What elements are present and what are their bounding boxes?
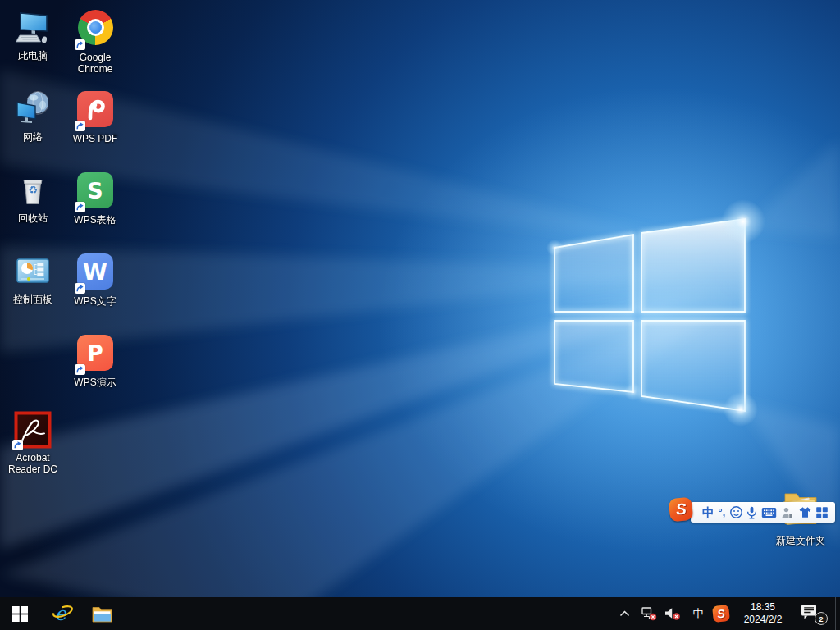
wps-presentation-icon: P [75,335,115,374]
notification-count-badge: 2 [815,612,828,625]
taskbar-internet-explorer-button[interactable]: e [43,597,82,630]
desktop-icon-wps-pdf[interactable]: WPS PDF [64,89,126,144]
windows-logo-icon [12,606,28,622]
desktop-icon-this-pc[interactable]: 此电脑 [2,8,64,62]
desktop-icon-control-panel[interactable]: 控制面板 [2,252,64,305]
profile-icon[interactable] [780,506,794,519]
recycle-symbol-icon: ♻ [28,184,38,196]
new-folder-label: 新建文件夹 [773,535,829,546]
shortcut-arrow-icon [75,202,85,212]
desktop-icon-label: WPS演示 [64,377,126,388]
desktop-icon-label: WPS文字 [64,295,126,307]
desktop-icon-label: 此电脑 [2,50,64,62]
shortcut-arrow-icon [75,364,85,375]
chinese-mode-icon[interactable]: 中 [702,506,714,518]
action-center-button[interactable]: 2 [797,597,830,630]
desktop-icon-recycle-bin[interactable]: ♻ 回收站 [2,171,64,224]
wps-pdf-icon [75,91,115,130]
shortcut-arrow-icon [75,283,85,294]
internet-explorer-icon: e [52,603,74,625]
punctuation-icon[interactable]: °, [718,507,725,518]
shortcut-arrow-icon [12,440,23,450]
tray-sogou-icon[interactable]: S [711,597,731,630]
start-button[interactable] [0,597,39,630]
shortcut-arrow-icon [75,39,85,50]
volume-muted-icon [664,607,681,621]
taskbar-file-explorer-button[interactable] [82,597,121,630]
desktop-icon-label: 控制面板 [2,294,64,305]
desktop-icon-wps-writer[interactable]: W WPS文字 [64,252,126,307]
voice-input-icon[interactable] [746,506,757,519]
tray-network-status[interactable] [640,597,658,630]
desktop: 此电脑 网络 [0,0,840,630]
tray-ime-indicator[interactable]: 中 [690,597,706,630]
wps-spreadsheet-icon: S [75,172,115,212]
clock-date: 2024/2/2 [737,614,789,626]
network-icon [13,89,52,129]
desktop-icon-label: WPS PDF [64,133,126,144]
ime-strip: 中 °, [691,502,835,523]
network-disconnected-icon [641,607,657,621]
chevron-up-icon [619,610,630,617]
desktop-icon-label: WPS表格 [64,214,126,226]
desktop-icon-label: Acrobat Reader DC [2,452,64,475]
shortcut-arrow-icon [75,121,85,131]
desktop-icon-acrobat-reader[interactable]: Acrobat Reader DC [2,410,64,475]
desktop-icon-label: Google Chrome [64,52,126,75]
file-explorer-icon [92,605,112,623]
desktop-icon-network[interactable]: 网络 [2,89,64,143]
google-chrome-icon [75,10,115,49]
tray-expand-chevron[interactable] [615,597,633,630]
clock-time: 18:35 [737,601,789,614]
tray-clock[interactable]: 18:35 2024/2/2 [737,597,789,630]
show-desktop-button[interactable] [835,597,840,630]
desktop-icon-wps-presentation[interactable]: P WPS演示 [64,333,126,388]
taskbar: e [0,597,840,630]
acrobat-reader-icon [13,410,52,450]
desktop-icon-label: 回收站 [2,212,64,224]
this-pc-icon [13,8,52,48]
toolbox-icon[interactable] [815,506,829,519]
sogou-logo-icon: S [712,605,730,623]
desktop-icon-wps-spreadsheet[interactable]: S WPS表格 [64,171,126,226]
desktop-icon-label: 网络 [2,131,64,143]
recycle-bin-icon: ♻ [13,171,52,210]
control-panel-icon [13,252,52,291]
skin-icon[interactable] [798,506,812,518]
desktop-icon-google-chrome[interactable]: Google Chrome [64,8,126,75]
emoji-icon[interactable] [729,505,743,519]
soft-keyboard-icon[interactable] [761,507,777,518]
sogou-logo-icon[interactable]: S [669,497,694,523]
tray-volume-status[interactable] [663,597,682,630]
wps-writer-icon: W [75,253,115,293]
